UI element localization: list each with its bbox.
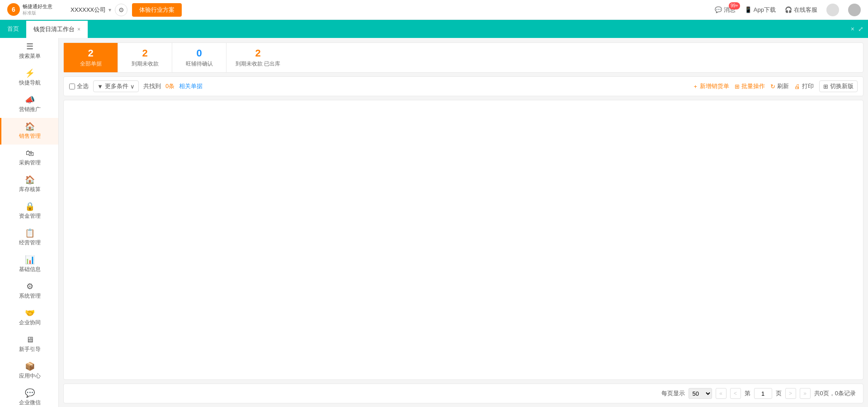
tab-bar: 首页 钱货日清工作台 × × ⤢ bbox=[0, 20, 868, 38]
sales-icon: 🏠 bbox=[25, 122, 35, 131]
next-page-icon: > bbox=[789, 390, 792, 397]
stat-all-number: 2 bbox=[73, 47, 108, 59]
filter-button[interactable]: ▼ 更多条件 ∨ bbox=[93, 80, 139, 92]
online-service-label: 在线客服 bbox=[794, 6, 817, 14]
page-number-input[interactable] bbox=[754, 388, 772, 399]
sidebar-finance-label: 资金管理 bbox=[19, 212, 41, 220]
switch-new-version-button[interactable]: ⊞ 切换新版 bbox=[819, 80, 858, 92]
message-icon: 💬 bbox=[715, 6, 722, 13]
sidebar-item-app-center[interactable]: 📦 应用中心 bbox=[0, 358, 58, 384]
sidebar-app-center-label: 应用中心 bbox=[19, 372, 41, 380]
tab-close-icon[interactable]: × bbox=[77, 26, 80, 33]
tab-minimize-icon[interactable]: × bbox=[851, 25, 854, 33]
online-service-button[interactable]: 🎧 在线客服 bbox=[785, 6, 817, 14]
sidebar-item-system[interactable]: ⚙ 系统管理 bbox=[0, 278, 58, 304]
main-layout: ☰ 搜索菜单 ⚡ 快捷导航 📣 营销推广 🏠 销售管理 🛍 采购管理 🏠 库存核… bbox=[0, 38, 868, 407]
table-area bbox=[63, 100, 863, 380]
trial-button[interactable]: 体验行业方案 bbox=[132, 3, 182, 17]
avatar[interactable] bbox=[826, 4, 839, 16]
found-count: 0条 bbox=[165, 82, 175, 90]
refresh-button[interactable]: ↻ 刷新 bbox=[770, 82, 789, 90]
prev-page-button[interactable]: < bbox=[730, 388, 741, 399]
top-header: 6 畅捷通好生意 标准版 XXXXXX公司 ▾ ⚙ 体验行业方案 💬 消息 99… bbox=[0, 0, 868, 20]
switch-label: 切换新版 bbox=[830, 82, 854, 90]
logo-line1: 畅捷通好生意 bbox=[23, 3, 52, 9]
message-button[interactable]: 💬 消息 99 bbox=[715, 6, 736, 14]
message-badge: 99 bbox=[729, 2, 740, 9]
sidebar-item-purchase[interactable]: 🛍 采购管理 bbox=[0, 145, 58, 171]
tab-home-label: 首页 bbox=[7, 25, 19, 33]
last-page-button[interactable]: » bbox=[800, 388, 811, 399]
sidebar-item-guide[interactable]: 🖥 新手引导 bbox=[0, 331, 58, 358]
sidebar-item-wechat[interactable]: 💬 企业微信 bbox=[0, 384, 58, 407]
add-btn-label: 新增销货单 bbox=[700, 82, 729, 90]
tab-workbench-label: 钱货日清工作台 bbox=[33, 25, 75, 33]
sidebar-sales-label: 销售管理 bbox=[19, 132, 41, 140]
select-all-checkbox[interactable]: 全选 bbox=[69, 82, 89, 90]
stat-overdue-shipped-label: 到期未收款 已出库 bbox=[236, 60, 280, 68]
logo-icon: 6 bbox=[7, 3, 20, 16]
sidebar-operations-label: 经营管理 bbox=[19, 239, 41, 247]
refresh-icon: ↻ bbox=[770, 83, 775, 90]
app-download-button[interactable]: 📱 App下载 bbox=[745, 6, 776, 14]
sidebar-item-inventory[interactable]: 🏠 库存核算 bbox=[0, 171, 58, 198]
sidebar-item-enterprise[interactable]: 🤝 企业协同 bbox=[0, 304, 58, 331]
batch-operations-button[interactable]: ⊞ 批量操作 bbox=[735, 82, 765, 90]
stat-tab-overdue[interactable]: 2 到期未收款 bbox=[118, 43, 172, 72]
next-page-button[interactable]: > bbox=[785, 388, 796, 399]
sidebar-purchase-label: 采购管理 bbox=[19, 159, 41, 167]
add-icon: + bbox=[693, 83, 697, 90]
sidebar-marketing-label: 营销推广 bbox=[19, 106, 41, 113]
header-right: 💬 消息 99 📱 App下载 🎧 在线客服 bbox=[715, 4, 861, 16]
sidebar-item-quick-nav[interactable]: ⚡ 快捷导航 bbox=[0, 65, 58, 91]
print-button[interactable]: 🖨 打印 bbox=[794, 82, 814, 90]
select-all-label: 全选 bbox=[77, 82, 89, 90]
filter-chevron-icon: ∨ bbox=[130, 83, 135, 90]
finance-icon: 🔒 bbox=[25, 202, 35, 211]
content-area: 2 全部单据 2 到期未收款 0 旺辅待确认 2 到期未收款 已出库 全选 bbox=[59, 38, 868, 407]
sidebar-system-label: 系统管理 bbox=[19, 292, 41, 300]
page-label: 第 bbox=[745, 389, 750, 398]
sidebar-item-marketing[interactable]: 📣 营销推广 bbox=[0, 91, 58, 118]
tab-restore-icon[interactable]: ⤢ bbox=[858, 25, 863, 33]
stats-tabs: 2 全部单据 2 到期未收款 0 旺辅待确认 2 到期未收款 已出库 bbox=[63, 42, 863, 73]
settings-button[interactable]: ⚙ bbox=[115, 4, 127, 16]
sidebar-wechat-label: 企业微信 bbox=[19, 399, 41, 407]
sidebar-enterprise-label: 企业协同 bbox=[19, 319, 41, 327]
stat-all-label: 全部单据 bbox=[73, 60, 108, 68]
last-page-icon: » bbox=[803, 390, 807, 397]
total-records-label: 共0页，0条记录 bbox=[814, 389, 856, 398]
batch-icon: ⊞ bbox=[735, 83, 740, 90]
sidebar-item-finance[interactable]: 🔒 资金管理 bbox=[0, 198, 58, 225]
toolbar-right: + 新增销货单 ⊞ 批量操作 ↻ 刷新 🖨 打印 ⊞ 切换新版 bbox=[693, 80, 858, 92]
found-prefix: 共找到 bbox=[143, 82, 161, 90]
related-orders-link[interactable]: 相关单据 bbox=[179, 82, 203, 90]
company-name: XXXXXX公司 bbox=[71, 6, 106, 14]
batch-label: 批量操作 bbox=[741, 82, 765, 90]
stat-tab-wangwang[interactable]: 0 旺辅待确认 bbox=[172, 43, 226, 72]
enterprise-icon: 🤝 bbox=[25, 309, 35, 317]
sidebar-item-search-menu[interactable]: ☰ 搜索菜单 bbox=[0, 38, 58, 65]
tab-home[interactable]: 首页 bbox=[0, 20, 26, 38]
marketing-icon: 📣 bbox=[25, 96, 35, 104]
avatar-2[interactable] bbox=[848, 4, 861, 16]
select-all-input[interactable] bbox=[69, 84, 75, 89]
gear-icon: ⚙ bbox=[118, 6, 124, 14]
app-icon: 📱 bbox=[745, 6, 752, 13]
sidebar-item-sales[interactable]: 🏠 销售管理 bbox=[0, 118, 58, 145]
operations-icon: 📋 bbox=[25, 229, 35, 237]
sidebar-item-operations[interactable]: 📋 经营管理 bbox=[0, 225, 58, 251]
sidebar-item-basic-info[interactable]: 📊 基础信息 bbox=[0, 251, 58, 278]
per-page-select[interactable]: 10 20 50 100 bbox=[689, 388, 712, 399]
basic-info-icon: 📊 bbox=[25, 256, 35, 264]
first-page-button[interactable]: « bbox=[716, 388, 726, 399]
tab-workbench[interactable]: 钱货日清工作台 × bbox=[26, 20, 88, 38]
stat-tab-overdue-shipped[interactable]: 2 到期未收款 已出库 bbox=[226, 43, 289, 72]
stat-overdue-label: 到期未收款 bbox=[127, 60, 163, 68]
toolbar: 全选 ▼ 更多条件 ∨ 共找到 0条 相关单据 + 新增销货单 ⊞ 批量操作 bbox=[63, 76, 863, 96]
stat-tab-all[interactable]: 2 全部单据 bbox=[64, 43, 118, 72]
logo-area: 6 畅捷通好生意 标准版 bbox=[7, 3, 66, 16]
company-selector[interactable]: XXXXXX公司 ▾ bbox=[71, 6, 111, 14]
add-sales-order-button[interactable]: + 新增销货单 bbox=[693, 82, 729, 90]
system-icon: ⚙ bbox=[26, 282, 33, 290]
